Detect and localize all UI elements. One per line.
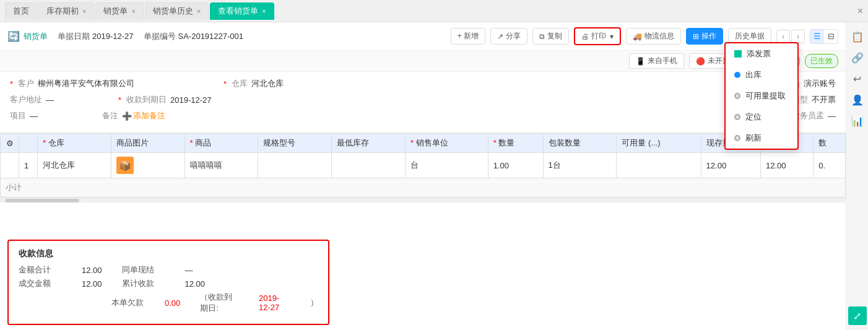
ship-label: 出库	[745, 69, 762, 80]
row-num: 1	[19, 153, 38, 178]
scroll-thumb[interactable]	[5, 199, 79, 202]
address-field: 客户地址 —	[10, 94, 54, 105]
tab-sales-order-close[interactable]: ×	[131, 7, 135, 15]
tab-inventory-init-label: 库存期初	[46, 6, 79, 17]
logistics-button[interactable]: 🚚 物流信息	[626, 28, 681, 45]
next-arrow[interactable]: ›	[791, 30, 805, 43]
row-unit-price: 12.00	[760, 153, 813, 178]
tab-sales-history[interactable]: 销货单历史 ×	[145, 2, 209, 20]
tab-sales-order[interactable]: 销货单 ×	[95, 2, 143, 20]
col-qty: * 数量	[488, 134, 543, 153]
tab-sales-history-close[interactable]: ×	[197, 7, 201, 15]
amount-total-label: 金额合计	[19, 264, 62, 276]
dropdown-ship[interactable]: 出库	[726, 64, 797, 85]
right-sidebar: 📋 🔗 ↩ 👤 📊 ⤢	[846, 22, 868, 330]
warehouse-field: * 仓库 河北仓库	[224, 78, 284, 89]
subtotal-row: 小计	[1, 178, 846, 198]
tab-home-label: 首页	[13, 6, 29, 17]
tab-view-sales-close[interactable]: ×	[262, 7, 266, 15]
doc-meta: 单据日期 2019-12-27 单据编号 SA-20191227-001	[58, 31, 243, 42]
row-gear[interactable]	[1, 153, 19, 178]
form-area: * 客户 柳州粤港平安气体有限公司 * 仓库 河北仓库 业务员 演示账号 客户地…	[0, 72, 846, 133]
col-available: 可用量 (...)	[617, 134, 701, 153]
tab-bar: 首页 库存期初 × 销货单 × 销货单历史 × 查看销货单 × ×	[0, 0, 868, 22]
grid-view-btn[interactable]: ⊟	[824, 30, 838, 43]
col-pkg-qty: 包装数量	[543, 134, 617, 153]
sidebar-icon-undo[interactable]: ↩	[848, 69, 867, 88]
sidebar-icon-clipboard[interactable]: 📋	[848, 27, 867, 46]
tab-inventory-init-close[interactable]: ×	[82, 7, 86, 15]
same-order-value: —	[185, 266, 193, 275]
form-row-3: 项目 — 备注 ➕ 添加备注 * 业务员孟 —	[10, 110, 836, 121]
col-min-stock: 最低库存	[332, 134, 406, 153]
sidebar-icon-expand[interactable]: ⤢	[848, 306, 867, 325]
row-more: 0.	[814, 153, 846, 178]
project-field: 项目 —	[10, 110, 38, 121]
col-more: 数	[814, 134, 846, 153]
deal-amount-label: 成交金额	[19, 278, 62, 289]
from-phone-button[interactable]: 📱 来自手机	[629, 53, 684, 69]
sidebar-icon-link[interactable]: 🔗	[848, 48, 867, 67]
number-label: 单据编号 SA-20191227-001	[144, 31, 244, 42]
add-note-button[interactable]: ➕ 添加备注	[122, 110, 165, 121]
due-date-field: * 收款到期日 2019-12-27	[118, 94, 212, 105]
share-button[interactable]: ↗ 分享	[490, 28, 527, 45]
col-gear[interactable]: ⚙	[1, 134, 19, 153]
table-row: 1 河北仓库 📦 嘻嘻嘻嘻 台 1.00 1台	[1, 153, 846, 178]
payment-row-1: 金额合计 12.00 同单现结 —	[19, 264, 318, 276]
tab-home[interactable]: 首页	[5, 2, 37, 20]
dropdown-add-invoice[interactable]: 添发票	[726, 43, 797, 64]
col-warehouse: * 仓库	[38, 134, 111, 153]
print-icon: 🖨	[581, 32, 589, 41]
col-img: 商品图片	[111, 134, 184, 153]
tab-view-sales[interactable]: 查看销货单 ×	[210, 2, 274, 20]
ops-button[interactable]: ⊞ 操作	[686, 28, 723, 45]
row-product: 嘻嘻嘻嘻	[184, 153, 258, 178]
available-qty-label: 可用量提取	[745, 90, 786, 102]
subtotal-label: 小计	[1, 178, 846, 198]
total-received-value: 12.00	[185, 279, 206, 289]
doc-title: 🔄 销货单	[7, 30, 48, 42]
row-current-stock: 12.00	[701, 153, 760, 178]
new-button[interactable]: + 新增	[451, 28, 485, 45]
sidebar-icon-chart[interactable]: 📊	[848, 111, 867, 130]
dropdown-locate[interactable]: 定位	[726, 106, 797, 128]
locate-label: 定位	[745, 111, 762, 123]
dropdown-available-qty[interactable]: 可用量提取	[726, 85, 797, 106]
copy-icon: ⧉	[539, 32, 545, 41]
tab-inventory-init[interactable]: 库存期初 ×	[38, 2, 94, 20]
refresh-label: 刷新	[745, 132, 762, 144]
product-image: 📦	[116, 157, 134, 174]
refresh-icon	[734, 135, 740, 141]
owing-value: 0.00	[165, 298, 180, 308]
status-row: 📱 来自手机 🔴 未开票 ✓ 已核销 已生效	[0, 51, 846, 72]
row-warehouse: 河北仓库	[38, 153, 111, 178]
owing-label: 本单欠款	[111, 297, 145, 308]
view-toggle: ☰ ⊟	[810, 29, 838, 44]
copy-button[interactable]: ⧉ 复制	[532, 28, 569, 45]
ops-dropdown: 添发票 出库 可用量提取 定位 刷新	[724, 42, 799, 150]
list-view-btn[interactable]: ☰	[810, 30, 824, 43]
amount-total-value: 12.00	[82, 266, 102, 275]
tab-sales-history-label: 销货单历史	[153, 6, 193, 17]
prev-arrow[interactable]: ‹	[776, 30, 790, 43]
dropdown-refresh[interactable]: 刷新	[726, 128, 797, 149]
product-table-wrap: ⚙ * 仓库 商品图片 * 商品 规格型号 最低库存 * 销售单位 * 数量 包…	[0, 133, 846, 235]
form-row-2: 客户地址 — * 收款到期日 2019-12-27 * 票据类型 不开票	[10, 94, 836, 105]
doc-type-label: 销货单	[24, 31, 48, 42]
window-close-icon[interactable]: ×	[857, 6, 863, 17]
form-row-1: * 客户 柳州粤港平安气体有限公司 * 仓库 河北仓库 业务员 演示账号	[10, 78, 836, 89]
doc-header: 🔄 销货单 单据日期 2019-12-27 单据编号 SA-20191227-0…	[0, 22, 846, 51]
owing-note-end: ）	[310, 297, 318, 308]
owing-note: （收款到期日:	[200, 292, 239, 314]
plus-icon: ➕	[122, 111, 132, 121]
customer-field: * 客户 柳州粤港平安气体有限公司	[10, 78, 134, 89]
col-unit: * 销售单位	[405, 134, 488, 153]
print-dropdown-arrow[interactable]: ▾	[610, 32, 614, 41]
tab-sales-order-label: 销货单	[103, 6, 128, 17]
sidebar-icon-user[interactable]: 👤	[848, 90, 867, 109]
horizontal-scroll[interactable]	[0, 198, 846, 202]
payment-row-2: 成交金额 12.00 累计收款 12.00	[19, 278, 318, 289]
print-button[interactable]: 🖨 打印 ▾	[574, 27, 621, 45]
same-order-label: 同单现结	[122, 264, 165, 276]
